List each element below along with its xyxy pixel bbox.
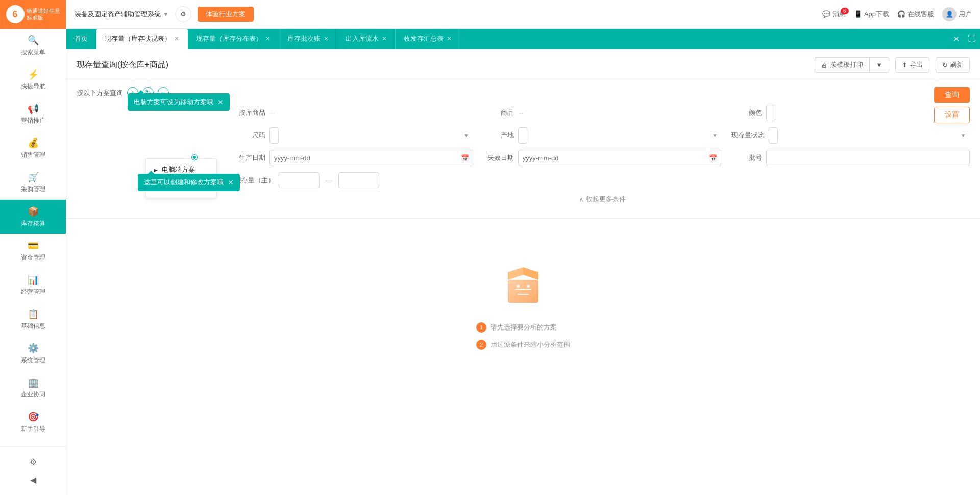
- export-btn[interactable]: ⬆ 导出: [895, 57, 929, 73]
- stock-main-label: 现存量（主）: [235, 176, 275, 185]
- user-menu[interactable]: 👤 用户: [942, 7, 972, 21]
- logo-text: 畅通道好生意 标准版: [27, 7, 60, 22]
- tab-close-icon[interactable]: ✕: [447, 35, 452, 42]
- sidebar-item-guide[interactable]: 🎯 新手引导: [0, 405, 66, 439]
- sidebar-item-system[interactable]: ⚙️ 系统管理: [0, 337, 66, 371]
- top-bar-left: 装备及固定资产辅助管理系统 ▼ ⚙ 体验行业方案: [75, 6, 254, 22]
- online-service-btn[interactable]: 🎧 在线客服: [897, 10, 934, 19]
- sidebar-item-search[interactable]: 🔍 搜索菜单: [0, 29, 66, 63]
- stock-status-select-wrap: [769, 127, 970, 144]
- sidebar-item-marketing[interactable]: 📢 营销推广: [0, 97, 66, 131]
- filter-row-origin: 产地: [483, 127, 722, 144]
- batch-input[interactable]: [766, 150, 970, 166]
- tab-close-icon[interactable]: ✕: [382, 35, 387, 42]
- tab-batch-account[interactable]: 库存批次账 ✕: [279, 29, 337, 49]
- scheme-tooltip: 电脑方案可设为移动方案哦 ✕: [128, 93, 230, 111]
- sidebar-item-quick-nav[interactable]: ⚡ 快捷导航: [0, 63, 66, 97]
- sidebar-settings-btn[interactable]: ⚙: [0, 453, 66, 471]
- sidebar-item-enterprise[interactable]: 🏢 企业协同: [0, 371, 66, 405]
- app-download-btn[interactable]: 📱 App下载: [854, 10, 889, 19]
- prod-date-input[interactable]: [270, 150, 473, 166]
- industry-btn[interactable]: 体验行业方案: [198, 7, 254, 22]
- step1-num: 1: [476, 322, 486, 333]
- system-name-text: 装备及固定资产辅助管理系统: [75, 10, 161, 19]
- search-icon: 🔍: [28, 35, 39, 46]
- tab-close-icon[interactable]: ✕: [265, 35, 271, 42]
- settings-button[interactable]: ⚙: [175, 6, 191, 22]
- calendar-icon[interactable]: 📅: [461, 154, 469, 162]
- empty-step2: 2 用过滤条件来缩小分析范围: [476, 338, 570, 351]
- empty-text: 1 请先选择要分析的方案 2 用过滤条件来缩小分析范围: [476, 321, 570, 351]
- sidebar-item-sales[interactable]: 💰 销售管理: [0, 131, 66, 166]
- sidebar-item-finance[interactable]: 💳 资金管理: [0, 234, 66, 268]
- expiry-date-input[interactable]: [518, 150, 722, 166]
- printer-icon: 🖨: [821, 61, 828, 69]
- tab-inout-flow[interactable]: 出入库流水 ✕: [337, 29, 396, 49]
- gear-icon: ⚙️: [28, 343, 39, 354]
- search-actions: 查询 设置: [934, 87, 970, 123]
- sidebar: 6 畅通道好生意 标准版 🔍 搜索菜单 ⚡ 快捷导航 📢 营销推广 💰 销售管理: [0, 0, 66, 495]
- stock-status-select[interactable]: [769, 127, 778, 144]
- print-btn[interactable]: 🖨 按模板打印: [815, 57, 869, 73]
- origin-select[interactable]: [518, 127, 527, 144]
- sidebar-item-basic[interactable]: 📋 基础信息: [0, 302, 66, 337]
- cart-icon: 🛒: [28, 172, 39, 183]
- size-select[interactable]: [270, 127, 279, 144]
- phone-icon: 📱: [854, 10, 862, 18]
- svg-marker-2: [523, 267, 538, 280]
- refresh-btn[interactable]: ↻ 刷新: [936, 57, 970, 73]
- color-select[interactable]: [766, 105, 775, 121]
- scheme-tooltip-text: 电脑方案可设为移动方案哦: [134, 98, 213, 107]
- tab-recv-summary[interactable]: 收发存汇总表 ✕: [396, 29, 460, 49]
- sidebar-item-operations[interactable]: 📊 经营管理: [0, 268, 66, 302]
- filter-row-stock-status: 现存量状态: [731, 127, 970, 144]
- reset-btn[interactable]: 设置: [934, 107, 970, 123]
- print-dropdown-btn[interactable]: ▼: [869, 57, 889, 73]
- tab-expand-btn[interactable]: ⛶: [964, 32, 980, 45]
- calendar2-icon[interactable]: 📅: [709, 154, 717, 162]
- tab-close-icon[interactable]: ✕: [324, 35, 329, 42]
- sidebar-item-inventory[interactable]: 📦 库存核算: [0, 200, 66, 234]
- main-area: 装备及固定资产辅助管理系统 ▼ ⚙ 体验行业方案 💬 6 消息 📱 App下载: [66, 0, 980, 495]
- expiry-date-label: 失效日期: [483, 153, 514, 162]
- color-label: 颜色: [731, 108, 762, 117]
- tab-close-all-btn[interactable]: ✕: [949, 32, 964, 46]
- collapse-btn[interactable]: ∧ 收起更多条件: [579, 195, 626, 204]
- filter-area: 按以下方案查询 + ↻ ← 电脑方案可设为移动方案哦 ✕: [66, 79, 980, 219]
- notification-btn[interactable]: 💬 6 消息: [822, 10, 846, 19]
- tab-home[interactable]: 首页: [66, 29, 96, 49]
- page-title: 现存量查询(按仓库+商品): [77, 60, 168, 70]
- svg-marker-1: [508, 267, 523, 280]
- stock-main-min[interactable]: [279, 172, 320, 188]
- tooltip-close-btn[interactable]: ✕: [217, 98, 224, 106]
- tab-batch-account-label: 库存批次账: [287, 34, 321, 43]
- svg-point-5: [517, 285, 520, 288]
- settings-icon: ⚙: [30, 457, 37, 467]
- tab-inventory-status-label: 现存量（库存状况表）: [105, 34, 171, 43]
- building-icon: 🏢: [28, 377, 39, 388]
- search-btn[interactable]: 查询: [934, 87, 970, 103]
- system-name-dropdown[interactable]: 装备及固定资产辅助管理系统 ▼: [75, 10, 169, 19]
- tab-inventory-dist-label: 现存量（库存分布表）: [196, 34, 262, 43]
- filter-row-batch: 批号: [731, 150, 970, 166]
- tooltip2-close-btn[interactable]: ✕: [228, 178, 234, 186]
- tab-inout-flow-label: 出入库流水: [346, 34, 379, 43]
- page-header: 现存量查询(按仓库+商品) 🖨 按模板打印 ▼ ⬆ 导出: [66, 49, 980, 79]
- filter-row-warehouse: 按库商品 ···: [235, 105, 473, 121]
- tab-close-icon[interactable]: ✕: [174, 35, 179, 42]
- collapse-icon: ◀: [30, 475, 36, 485]
- filter-row-product: 商品 ···: [483, 105, 722, 121]
- stock-main-max[interactable]: [338, 172, 379, 188]
- product-dots[interactable]: ···: [518, 109, 524, 117]
- print-btn-group: 🖨 按模板打印 ▼: [815, 57, 889, 73]
- prod-date-wrap: 📅: [270, 150, 473, 166]
- warehouse-dots[interactable]: ···: [270, 109, 275, 117]
- tab-inventory-dist[interactable]: 现存量（库存分布表） ✕: [188, 29, 279, 49]
- origin-label: 产地: [483, 131, 514, 140]
- chevron-down-icon: ▼: [163, 11, 169, 18]
- tab-inventory-status[interactable]: 现存量（库存状况表） ✕: [96, 29, 188, 49]
- top-bar-right: 💬 6 消息 📱 App下载 🎧 在线客服 👤 用户: [822, 7, 972, 21]
- sidebar-collapse-btn[interactable]: ◀: [0, 471, 66, 489]
- dot-indicator: [192, 155, 197, 160]
- sidebar-item-purchase[interactable]: 🛒 采购管理: [0, 166, 66, 200]
